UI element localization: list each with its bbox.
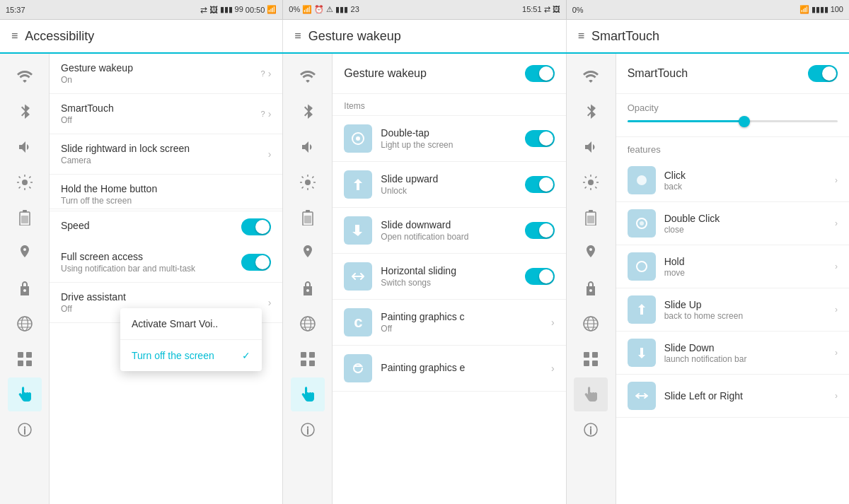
svg-rect-2 bbox=[23, 210, 27, 212]
status-bar-2: 0% 📶 ⏰ ⚠ ▮▮▮ 23 15:51 ⇄ 🖼 bbox=[283, 0, 566, 19]
menu-icon-3[interactable]: ≡ bbox=[578, 30, 584, 42]
gesture-item-painting-c[interactable]: c Painting graphics c Off › bbox=[333, 300, 565, 346]
slide-upward-toggle[interactable] bbox=[525, 176, 555, 193]
gesture-item-painting-e[interactable]: Painting graphics e › bbox=[333, 346, 565, 392]
hold-title: Hold bbox=[664, 256, 826, 267]
gesture-item-slide-upward[interactable]: Slide upward Unlock bbox=[333, 162, 565, 208]
sidebar-icon-gesture[interactable] bbox=[8, 377, 42, 411]
full-screen-toggle[interactable] bbox=[241, 254, 271, 271]
stb-globe[interactable] bbox=[574, 307, 608, 341]
gsb-grid[interactable] bbox=[291, 342, 325, 376]
stb-info[interactable] bbox=[574, 413, 608, 447]
gesture-item-slide-downward[interactable]: Slide downward Open notification board bbox=[333, 208, 565, 254]
smarttouch-item-slide-lr[interactable]: Slide Left or Right › bbox=[616, 375, 849, 418]
stb-bluetooth[interactable] bbox=[574, 95, 608, 129]
full-screen-subtitle: Using notification bar and multi-task bbox=[61, 264, 241, 274]
gsb-info[interactable] bbox=[291, 413, 325, 447]
status-bar-3: 0% 📶 ▮▮▮▮ 100 bbox=[567, 0, 849, 19]
smarttouch-subtitle: Off bbox=[61, 115, 261, 125]
chevron-click: › bbox=[835, 175, 838, 185]
slide-rightward-title: Slide rightward in lock screen bbox=[61, 143, 268, 154]
dropdown-item-turn-off[interactable]: Turn off the screen bbox=[120, 340, 262, 371]
sidebar-icon-lock[interactable] bbox=[8, 271, 42, 305]
sidebar-icon-brightness[interactable] bbox=[8, 165, 42, 199]
smarttouch-item-click[interactable]: Click back › bbox=[616, 159, 849, 202]
dropdown-item-activate-smart[interactable]: Activate Smart Voi.. bbox=[120, 308, 262, 340]
settings-item-hold-home[interactable]: Hold the Home button Turn off the screen bbox=[50, 175, 282, 209]
gsb-bluetooth[interactable] bbox=[291, 95, 325, 129]
usb-icon: ⇄ bbox=[200, 5, 207, 15]
menu-icon-1[interactable]: ≡ bbox=[11, 30, 18, 42]
sidebar-icon-volume[interactable] bbox=[8, 130, 42, 164]
sidebar-icon-globe[interactable] bbox=[8, 307, 42, 341]
sidebar-icon-info[interactable] bbox=[8, 413, 42, 447]
svg-point-0 bbox=[22, 180, 28, 185]
gesture-wakeup-toggle-knob bbox=[539, 66, 553, 81]
stb-wifi[interactable] bbox=[574, 59, 608, 93]
menu-icon-2[interactable]: ≡ bbox=[294, 30, 301, 42]
stb-lock[interactable] bbox=[574, 271, 608, 305]
gesture-item-horizontal-sliding[interactable]: Horizontal sliding Switch songs bbox=[333, 254, 565, 300]
smarttouch-item-double-click[interactable]: Double Click close › bbox=[616, 202, 849, 245]
help-icon-smarttouch[interactable]: ? bbox=[261, 110, 265, 118]
chevron-slide-up: › bbox=[835, 305, 838, 315]
speed-section: Speed bbox=[50, 211, 282, 242]
settings-item-gesture-wakeup[interactable]: Gesture wakeup On ? › bbox=[50, 54, 282, 94]
gesture-wakeup-toggle[interactable] bbox=[525, 65, 555, 82]
gsb-brightness[interactable] bbox=[291, 165, 325, 199]
slide-down-subtitle: launch notification bar bbox=[664, 354, 826, 364]
double-click-title: Double Click bbox=[664, 213, 826, 224]
painting-e-icon bbox=[344, 354, 372, 382]
horizontal-sliding-subtitle: Switch songs bbox=[381, 278, 516, 288]
slide-down-title: Slide Down bbox=[664, 342, 826, 353]
battery-99: ▮▮▮ 99 bbox=[220, 5, 243, 14]
opacity-slider[interactable] bbox=[628, 120, 838, 122]
status-time-1: 15:37 bbox=[6, 6, 25, 14]
gsb-wifi[interactable] bbox=[291, 59, 325, 93]
smarttouch-sidebar bbox=[567, 54, 616, 504]
settings-item-smarttouch[interactable]: SmartTouch Off ? › bbox=[50, 94, 282, 134]
full-screen-title: Full screen access bbox=[61, 251, 241, 262]
slide-upward-title: Slide upward bbox=[381, 173, 516, 184]
sidebar-icon-grid[interactable] bbox=[8, 342, 42, 376]
image-icon: 🖼 bbox=[209, 5, 218, 15]
gsb-lock[interactable] bbox=[291, 271, 325, 305]
double-tap-toggle[interactable] bbox=[525, 130, 555, 147]
svg-rect-17 bbox=[301, 352, 306, 358]
sidebar-icon-battery[interactable] bbox=[8, 201, 42, 235]
gesture-wakeup-title: Gesture wakeup bbox=[61, 62, 261, 74]
opacity-slider-thumb[interactable] bbox=[739, 116, 750, 127]
gsb-volume[interactable] bbox=[291, 130, 325, 164]
gsb-globe[interactable] bbox=[291, 307, 325, 341]
svg-rect-8 bbox=[18, 361, 23, 366]
horizontal-sliding-toggle[interactable] bbox=[525, 268, 555, 285]
stb-battery[interactable] bbox=[574, 201, 608, 235]
slide-downward-toggle[interactable] bbox=[525, 222, 555, 239]
gsb-location[interactable] bbox=[291, 236, 325, 270]
sidebar-icon-wifi[interactable] bbox=[8, 59, 42, 93]
speed-toggle[interactable] bbox=[241, 218, 271, 235]
stb-gesture[interactable] bbox=[574, 377, 608, 411]
gesture-item-double-tap[interactable]: Double-tap Light up the screen bbox=[333, 116, 565, 162]
help-icon-gesture[interactable]: ? bbox=[261, 69, 265, 78]
svg-rect-20 bbox=[309, 361, 315, 366]
sidebar-icon-bluetooth[interactable] bbox=[8, 95, 42, 129]
chevron-slide-down: › bbox=[835, 348, 838, 358]
opacity-section: Opacity bbox=[616, 94, 849, 137]
smarttouch-item-slide-up[interactable]: Slide Up back to home screen › bbox=[616, 288, 849, 332]
stb-brightness[interactable] bbox=[574, 165, 608, 199]
settings-item-slide-rightward[interactable]: Slide rightward in lock screen Camera › bbox=[50, 134, 282, 175]
sidebar-icon-location[interactable] bbox=[8, 236, 42, 270]
stb-location[interactable] bbox=[574, 236, 608, 270]
gsb-gesture[interactable] bbox=[291, 377, 325, 411]
smarttouch-item-slide-down[interactable]: Slide Down launch notification bar › bbox=[616, 332, 849, 375]
smarttouch-toggle[interactable] bbox=[808, 65, 838, 82]
gsb-battery[interactable] bbox=[291, 201, 325, 235]
settings-item-full-screen[interactable]: Full screen access Using notification ba… bbox=[50, 242, 282, 283]
stb-volume[interactable] bbox=[574, 130, 608, 164]
svg-point-37 bbox=[640, 221, 644, 225]
double-click-icon bbox=[628, 209, 656, 238]
stb-grid[interactable] bbox=[574, 342, 608, 376]
painting-e-title: Painting graphics e bbox=[381, 362, 543, 373]
smarttouch-item-hold[interactable]: Hold move › bbox=[616, 245, 849, 288]
